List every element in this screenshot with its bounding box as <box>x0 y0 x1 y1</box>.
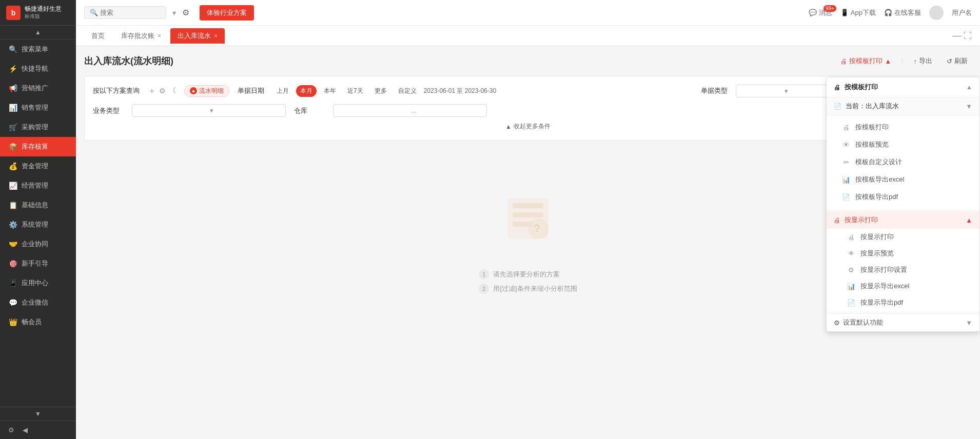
tab-flow-label: 出入库流水 <box>178 31 211 41</box>
app-logo: b 畅捷通好生意 标准版 <box>0 0 76 26</box>
print-footer: ⚙ 设置默认功能 ▼ <box>827 313 979 331</box>
filter-add-btn[interactable]: ＋ <box>148 86 156 96</box>
date-btn-7days[interactable]: 近7天 <box>343 85 367 97</box>
svg-rect-1 <box>513 203 543 208</box>
date-btn-custom[interactable]: 自定义 <box>394 85 421 97</box>
dropdown-collapse-btn[interactable]: ▲ <box>966 84 972 91</box>
display-print-header[interactable]: 🖨 按显示打印 ▲ <box>827 211 979 229</box>
message-btn[interactable]: 💬 消息 99+ <box>809 8 832 17</box>
sidebar-item-operations[interactable]: 📈 经营管理 <box>0 176 76 195</box>
quick-nav-icon: ⚡ <box>8 64 17 73</box>
date-btn-this-year[interactable]: 本年 <box>320 85 340 97</box>
sidebar-item-search[interactable]: 🔍 搜索菜单 <box>0 39 76 59</box>
sidebar-item-guide[interactable]: 🎯 新手引导 <box>0 254 76 273</box>
service-label: 在线客服 <box>894 8 921 17</box>
printer-icon: 🖨 <box>834 84 840 91</box>
customize-icon: ✏ <box>842 158 850 166</box>
search-input[interactable] <box>100 9 161 16</box>
filter-actions: ＋ ⚙ 《 <box>148 86 176 96</box>
inventory-icon: 📦 <box>8 142 17 151</box>
tab-minimize-icon[interactable]: — <box>952 30 962 41</box>
sidebar-item-wechat[interactable]: 💬 企业微信 <box>0 293 76 312</box>
sidebar-item-collab[interactable]: 🤝 企业协同 <box>0 234 76 254</box>
template-export-pdf-item[interactable]: 📄 按模板导出pdf <box>827 188 979 206</box>
sidebar-item-basics[interactable]: 📋 基础信息 <box>0 195 76 215</box>
tab-batch[interactable]: 库存批次账 × <box>114 28 168 44</box>
main-content: 🔍 ▾ ⚙ 体验行业方案 💬 消息 99+ 📱 App下载 🎧 在线客服 用户名 <box>76 0 980 439</box>
refresh-btn[interactable]: ↺ 刷新 <box>943 54 972 68</box>
tab-batch-close[interactable]: × <box>158 32 161 39</box>
export-btn[interactable]: ↑ 导出 <box>910 54 937 68</box>
empty-illustration: ? <box>497 188 559 259</box>
app-download-btn[interactable]: 📱 App下载 <box>840 8 876 17</box>
template-export-excel-label: 按模板导出excel <box>855 175 904 184</box>
refresh-icon: ↺ <box>947 57 952 65</box>
template-customize-item[interactable]: ✏ 模板自定义设计 <box>827 153 979 171</box>
username-label[interactable]: 用户名 <box>952 8 972 17</box>
display-print-item[interactable]: 🖨 按显示打印 <box>827 229 979 245</box>
search-icon: 🔍 <box>90 9 98 16</box>
filter-settings-btn[interactable]: ⚙ <box>159 87 166 95</box>
wechat-icon: 💬 <box>8 298 17 307</box>
empty-step-1: 1 请先选择要分析的方案 <box>479 269 577 280</box>
date-label: 单据日期 <box>238 86 264 95</box>
tab-flow[interactable]: 出入库流水 × <box>170 28 225 44</box>
sidebar-item-apps[interactable]: 📱 应用中心 <box>0 273 76 293</box>
set-default-btn[interactable]: ⚙ 设置默认功能 <box>834 318 883 327</box>
gear-icon[interactable]: ⚙ <box>182 8 189 17</box>
apps-icon: 📱 <box>8 278 17 288</box>
tab-home[interactable]: 首页 <box>84 28 112 44</box>
print-template-btn[interactable]: 🖨 按模板打印 ▲ <box>836 54 895 68</box>
template-print-item[interactable]: 🖨 按模板打印 <box>827 118 979 136</box>
trial-btn[interactable]: 体验行业方案 <box>200 5 254 21</box>
sidebar-item-vip[interactable]: 👑 畅会员 <box>0 312 76 332</box>
sidebar-item-label: 销售管理 <box>22 103 48 112</box>
tab-batch-label: 库存批次账 <box>121 31 154 41</box>
scroll-down-arrow[interactable]: ▼ <box>35 410 41 417</box>
sidebar-item-label: 资金管理 <box>22 162 48 171</box>
sidebar-bottom: ⚙ ◀ <box>0 421 76 439</box>
sidebar-item-label: 应用中心 <box>22 278 48 288</box>
sidebar-item-system[interactable]: ⚙️ 系统管理 <box>0 215 76 234</box>
display-print-settings-item[interactable]: ⚙ 按显示打印设置 <box>827 262 979 278</box>
template-preview-item[interactable]: 👁 按模板预览 <box>827 136 979 153</box>
filter-collapse-btn[interactable]: 《 <box>169 86 176 95</box>
display-preview-item[interactable]: 👁 按显示预览 <box>827 245 979 262</box>
sidebar-item-inventory[interactable]: 📦 库存核算 <box>0 137 76 156</box>
tab-expand-icon[interactable]: ⛶ <box>964 31 972 41</box>
display-export-excel-item[interactable]: 📊 按显示导出excel <box>827 278 979 294</box>
business-type-input[interactable]: ▾ <box>132 104 286 117</box>
warehouse-label: 仓库 <box>294 106 325 115</box>
settings-btn[interactable]: ⚙ <box>8 426 14 434</box>
app-label: App下载 <box>851 8 876 17</box>
user-avatar[interactable] <box>929 6 944 20</box>
date-btn-prev-month[interactable]: 上月 <box>272 85 293 97</box>
display-print-subsection: 🖨 按显示打印 👁 按显示预览 ⚙ 按显示打印设置 📊 <box>827 229 979 311</box>
sidebar-item-quick-nav[interactable]: ⚡ 快捷导航 <box>0 59 76 78</box>
display-export-pdf-item[interactable]: 📄 按显示导出pdf <box>827 294 979 311</box>
date-btn-this-month[interactable]: 本月 <box>296 85 317 97</box>
current-arrow[interactable]: ▼ <box>966 103 972 110</box>
topbar-right: 💬 消息 99+ 📱 App下载 🎧 在线客服 用户名 <box>809 6 972 20</box>
sidebar-item-purchase[interactable]: 🛒 采购管理 <box>0 117 76 137</box>
topbar-dropdown[interactable]: ▾ <box>172 9 176 17</box>
sidebar-item-marketing[interactable]: 📢 营销推广 <box>0 78 76 98</box>
warehouse-more[interactable]: ... <box>411 107 481 114</box>
excel-icon: 📊 <box>847 282 855 290</box>
sidebar-item-sales[interactable]: 📊 销售管理 <box>0 98 76 117</box>
scroll-up-arrow[interactable]: ▲ <box>35 29 41 36</box>
collapse-icon: ▲ <box>505 123 512 130</box>
online-service-btn[interactable]: 🎧 在线客服 <box>884 8 921 17</box>
sidebar-item-finance[interactable]: 💰 资金管理 <box>0 156 76 176</box>
warehouse-select[interactable]: ... <box>333 104 487 117</box>
display-section-arrow: ▲ <box>966 216 972 224</box>
sidebar-item-label: 经营管理 <box>22 181 48 190</box>
tab-flow-close[interactable]: × <box>214 32 218 39</box>
template-export-excel-item[interactable]: 📊 按模板导出excel <box>827 171 979 188</box>
date-btn-more[interactable]: 更多 <box>370 85 391 97</box>
set-default-arrow[interactable]: ▼ <box>966 319 972 327</box>
print-dropdown-header: 🖨 按模板打印 ▲ <box>827 77 979 97</box>
purchase-icon: 🛒 <box>8 123 17 132</box>
collapse-sidebar-btn[interactable]: ◀ <box>23 426 28 434</box>
topbar-search-box[interactable]: 🔍 <box>84 6 166 19</box>
